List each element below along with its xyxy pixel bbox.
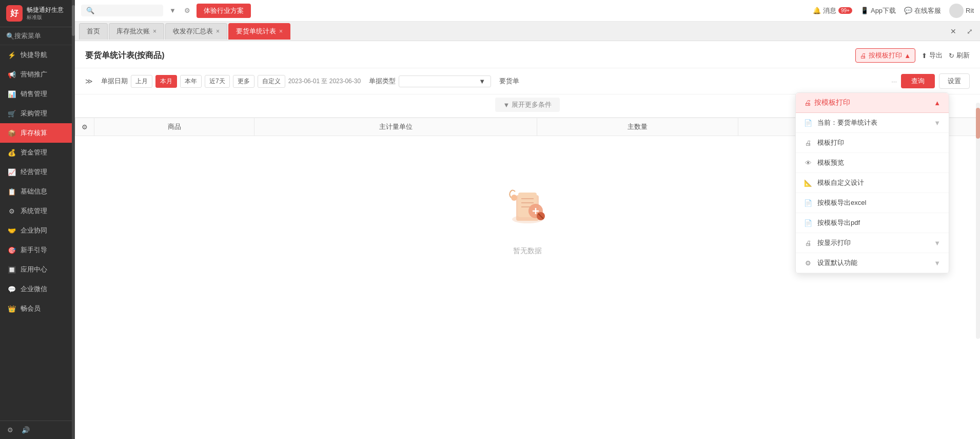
tab-collect-summary-close[interactable]: × <box>216 28 220 35</box>
audio-icon[interactable]: 🔊 <box>22 426 30 434</box>
print-dropdown-chevron-up[interactable]: ▲ <box>934 99 940 107</box>
notification-badge: 99+ <box>838 7 852 14</box>
refresh-icon: ↻ <box>949 52 954 60</box>
template-print-icon: 🖨 <box>804 139 812 147</box>
empty-text: 暂无数据 <box>513 246 542 256</box>
tab-home[interactable]: 首页 <box>79 23 108 40</box>
topbar-search[interactable]: 🔍 <box>81 5 163 16</box>
sidebar-item-marketing[interactable]: 📢 营销推广 <box>0 65 72 84</box>
tab-batch-accounts[interactable]: 库存批次账 × <box>109 23 164 40</box>
sidebar-item-inventory[interactable]: 📦 库存核算 <box>0 123 72 143</box>
dropdown-default-settings[interactable]: ⚙ 设置默认功能 ▼ <box>796 253 949 273</box>
date-custom-btn[interactable]: 自定义 <box>258 75 285 88</box>
display-print-icon: 🖨 <box>804 239 812 247</box>
settings-bottom-icon[interactable]: ⚙ <box>7 426 13 434</box>
page-title: 要货单统计表(按商品) <box>85 50 165 61</box>
th-product: 商品 <box>94 118 254 136</box>
dropdown-template-print[interactable]: 🖨 模板打印 <box>796 133 949 153</box>
filter-expand-btn[interactable]: ≫ <box>85 77 93 85</box>
sidebar-item-enterprise-wechat[interactable]: 💬 企业微信 <box>0 279 72 299</box>
dropdown-display-print-arrow: ▼ <box>934 239 940 247</box>
sidebar-item-quick-nav[interactable]: ⚡ 快捷导航 <box>0 45 72 65</box>
export-btn[interactable]: ⬆ 导出 <box>922 51 943 60</box>
dropdown-template-design[interactable]: 📐 模板自定义设计 <box>796 173 949 193</box>
sidebar-item-app-center[interactable]: 🔲 应用中心 <box>0 260 72 279</box>
notification-icon: 🔔 <box>813 7 821 14</box>
notification-item[interactable]: 🔔 消息 99+ <box>813 6 852 15</box>
notification-label: 消息 <box>823 6 836 15</box>
sidebar-item-system[interactable]: ⚙ 系统管理 <box>0 201 72 221</box>
topbar-gear-icon[interactable]: ▼ <box>167 5 178 16</box>
sidebar-item-guide-label: 新手引导 <box>21 245 47 255</box>
date-7days-btn[interactable]: 近7天 <box>205 75 230 88</box>
refresh-btn[interactable]: ↻ 刷新 <box>949 51 970 60</box>
settings-filter-btn[interactable]: 设置 <box>939 73 970 89</box>
dropdown-export-pdf[interactable]: 📄 按模板导出pdf <box>796 213 949 233</box>
tab-order-stats-close[interactable]: × <box>279 28 283 35</box>
dropdown-export-pdf-label: 按模板导出pdf <box>817 218 860 227</box>
dropdown-template-preview[interactable]: 👁 模板预览 <box>796 153 949 173</box>
date-this-year-btn[interactable]: 本年 <box>180 75 202 88</box>
sidebar-item-sales[interactable]: 📊 销售管理 <box>0 84 72 104</box>
sidebar-item-collab[interactable]: 🤝 企业协同 <box>0 221 72 240</box>
query-btn[interactable]: 查询 <box>901 74 935 88</box>
tab-order-stats-label: 要货单统计表 <box>236 27 276 36</box>
date-more-btn[interactable]: 更多 <box>233 75 254 88</box>
right-scrollbar-track[interactable] <box>976 103 980 339</box>
sidebar-item-system-label: 系统管理 <box>21 206 47 216</box>
quick-nav-icon: ⚡ <box>7 51 16 59</box>
sidebar-item-basic-label: 基础信息 <box>21 187 47 196</box>
topbar-settings-icon[interactable]: ⚙ <box>182 5 192 16</box>
expand-more-conditions-btn[interactable]: ▼ 展开更多条件 <box>495 98 560 112</box>
tab-order-stats[interactable]: 要货单统计表 × <box>228 23 290 40</box>
page-header: 要货单统计表(按商品) 🖨 按模板打印 ▲ ⬆ 导出 ↻ 刷新 <box>75 41 980 68</box>
dropdown-export-excel-label: 按模板导出excel <box>817 198 866 207</box>
order-type-select[interactable]: ▼ <box>399 75 491 87</box>
dropdown-display-print[interactable]: 🖨 按显示打印 ▼ <box>796 233 949 253</box>
th-settings[interactable]: ⚙ <box>75 118 94 136</box>
sidebar-item-operation[interactable]: 📈 经营管理 <box>0 162 72 182</box>
user-avatar-item[interactable]: Rit <box>949 4 974 18</box>
template-preview-icon: 👁 <box>804 159 812 167</box>
sidebar-item-guide[interactable]: 🎯 新手引导 <box>0 240 72 260</box>
tab-close-all-btn[interactable]: ✕ <box>947 25 959 37</box>
export-pdf-icon: 📄 <box>804 219 812 227</box>
more-options-btn[interactable]: ··· <box>891 78 897 85</box>
tab-batch-accounts-close[interactable]: × <box>153 28 156 35</box>
trial-btn[interactable]: 体验行业方案 <box>197 4 251 18</box>
th-unit: 主计量单位 <box>254 118 537 136</box>
sidebar-item-finance[interactable]: 💰 资金管理 <box>0 143 72 162</box>
default-settings-icon: ⚙ <box>804 259 812 267</box>
sidebar-search[interactable]: 🔍 搜索菜单 <box>0 27 72 45</box>
dropdown-current-template[interactable]: 📄 当前：要货单统计表 ▼ <box>796 113 949 133</box>
date-filter-group: 单据日期 上月 本月 本年 近7天 更多 自定义 2023-06-01 至 20… <box>101 75 361 88</box>
order-type-label: 单据类型 <box>369 77 396 86</box>
tab-expand-btn[interactable]: ⤢ <box>964 25 976 37</box>
dropdown-export-excel[interactable]: 📄 按模板导出excel <box>796 193 949 213</box>
user-name: Rit <box>966 7 974 14</box>
print-dropdown: 🖨 按模板打印 ▲ 📄 当前：要货单统计表 ▼ 🖨 模板打印 👁 模板预览 📐 <box>795 92 949 274</box>
date-last-month-btn[interactable]: 上月 <box>131 75 152 88</box>
print-dropdown-title: 🖨 按模板打印 <box>804 98 850 107</box>
basic-icon: 📋 <box>7 188 16 196</box>
app-download-item[interactable]: 📱 App下载 <box>860 6 896 15</box>
template-design-icon: 📐 <box>804 179 812 187</box>
sidebar-item-basic[interactable]: 📋 基础信息 <box>0 182 72 201</box>
tab-collect-summary[interactable]: 收发存汇总表 × <box>165 23 227 40</box>
sidebar-item-sales-label: 销售管理 <box>21 89 47 99</box>
sidebar-item-purchase-label: 采购管理 <box>21 109 47 118</box>
sidebar-bottom: ⚙ 🔊 <box>0 421 72 439</box>
sidebar-item-finance-label: 资金管理 <box>21 148 47 157</box>
dropdown-default-settings-label: 设置默认功能 <box>817 258 857 268</box>
print-template-btn[interactable]: 🖨 按模板打印 ▲ <box>855 48 915 63</box>
sidebar-item-purchase[interactable]: 🛒 采购管理 <box>0 104 72 123</box>
online-service-item[interactable]: 💬 在线客服 <box>904 6 941 15</box>
main-content: 🔍 ▼ ⚙ 体验行业方案 🔔 消息 99+ 📱 App下载 💬 在线客服 Rit <box>75 0 980 439</box>
expand-more-icon: ▼ <box>503 101 510 109</box>
tab-home-label: 首页 <box>87 27 100 36</box>
dropdown-default-settings-arrow: ▼ <box>934 259 940 267</box>
topbar-right: 🔔 消息 99+ 📱 App下载 💬 在线客服 Rit <box>813 4 974 18</box>
sidebar-item-member[interactable]: 👑 畅会员 <box>0 299 72 318</box>
export-label: 导出 <box>929 51 943 60</box>
date-this-month-btn[interactable]: 本月 <box>155 75 177 88</box>
